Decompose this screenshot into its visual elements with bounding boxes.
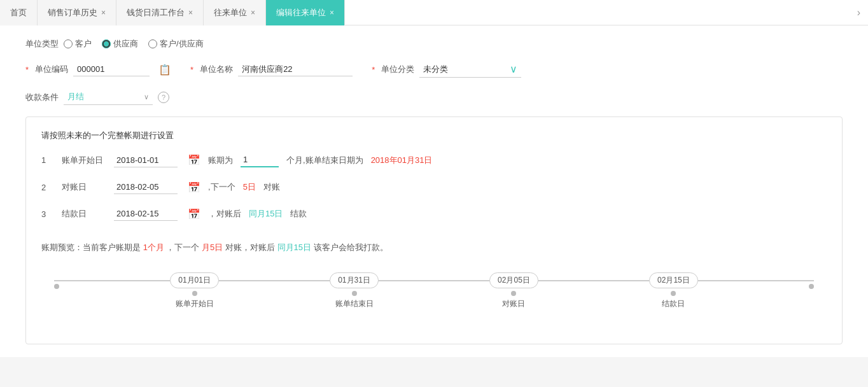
period-row3-suffix: 结款: [290, 208, 307, 220]
payment-terms-label: 收款条件: [25, 92, 59, 103]
period-row1-prefix: 账期为: [208, 155, 233, 166]
unit-category-field: * 单位分类 未分类 ∨: [372, 61, 521, 78]
tab-cash-work[interactable]: 钱货日清工作台 ×: [116, 0, 204, 25]
timeline-point-2: 01月31日 账单结束日: [330, 272, 379, 309]
preview-highlight3: 同月15日: [277, 243, 311, 252]
period-date-1[interactable]: [114, 153, 178, 167]
tab-cash-work-close[interactable]: ×: [188, 8, 193, 17]
tl-label-3: 对账日: [502, 299, 525, 309]
payment-terms-value: 月结: [67, 91, 140, 102]
page-content: 单位类型 客户 供应商 客户/供应商 * 单位编码: [0, 25, 868, 357]
tab-sales-history-close[interactable]: ×: [101, 8, 106, 17]
period-date-3[interactable]: [114, 207, 178, 221]
unit-type-radio-group: 客户 供应商 客户/供应商: [64, 38, 204, 50]
unit-code-label: 单位编码: [35, 64, 68, 75]
radio-supplier[interactable]: 供应商: [102, 38, 138, 50]
timeline-point-end: [809, 272, 814, 289]
period-label-1: 账单开始日: [62, 155, 106, 166]
period-label-2: 对账日: [62, 181, 106, 193]
timeline-point-3: 02月05日 对账日: [489, 272, 538, 309]
tab-sales-history[interactable]: 销售订单历史 ×: [38, 0, 116, 25]
category-dropdown-arrow: ∨: [510, 63, 517, 75]
tab-home-label: 首页: [10, 7, 27, 18]
tl-label-4: 结款日: [662, 299, 685, 309]
radio-supplier-label: 供应商: [113, 38, 138, 50]
tab-partner[interactable]: 往来单位 ×: [204, 0, 266, 25]
tab-edit-partner-close[interactable]: ×: [330, 8, 334, 17]
radio-customer-input[interactable]: [64, 39, 73, 48]
period-num-1: 1: [41, 155, 54, 165]
payment-terms-row: 收款条件 月结 ∨ ?: [25, 89, 843, 105]
tl-label-2: 账单结束日: [335, 299, 374, 309]
unit-type-row: 单位类型 客户 供应商 客户/供应商: [25, 38, 843, 50]
unit-type-field: 单位类型 客户 供应商 客户/供应商: [25, 38, 204, 50]
period-section: 请按照未来的一个完整帐期进行设置 1 账单开始日 📅 账期为 个月,账单结束日期…: [25, 116, 843, 344]
tab-cash-work-label: 钱货日清工作台: [127, 7, 185, 18]
calendar-icon-3[interactable]: 📅: [188, 208, 200, 220]
period-row-1: 1 账单开始日 📅 账期为 个月,账单结束日期为 2018年01月31日: [41, 153, 827, 167]
calendar-icon-2[interactable]: 📅: [188, 181, 200, 194]
timeline-point-4: 02月15日 结款日: [649, 272, 698, 309]
payment-terms-field: 收款条件 月结 ∨ ?: [25, 89, 169, 105]
payment-terms-arrow: ∨: [144, 93, 149, 101]
timeline: 01月01日 账单开始日 01月31日 账单结束日 02月05日 对账日 02月…: [41, 266, 827, 328]
period-date-2[interactable]: [114, 180, 178, 194]
timeline-points: 01月01日 账单开始日 01月31日 账单结束日 02月05日 对账日 02月…: [54, 272, 814, 309]
tab-sales-history-label: 销售订单历史: [48, 7, 97, 18]
unit-cat-required-star: *: [372, 65, 375, 74]
tab-home[interactable]: 首页: [0, 0, 38, 25]
unit-category-label: 单位分类: [381, 64, 414, 75]
tl-label-1: 账单开始日: [176, 299, 214, 309]
period-num-2: 2: [41, 183, 54, 192]
timeline-point-start: [54, 272, 59, 294]
tl-dot-2: [352, 291, 357, 296]
tab-partner-label: 往来单位: [214, 7, 247, 18]
tl-badge-3: 02月05日: [489, 272, 538, 288]
payment-terms-select[interactable]: 月结 ∨: [64, 89, 153, 105]
tabs-scroll-arrow[interactable]: ›: [850, 7, 868, 18]
period-row2-highlight: 5日: [243, 181, 256, 193]
period-row1-end-date: 2018年01月31日: [371, 155, 433, 166]
tl-badge-2: 01月31日: [330, 272, 379, 288]
help-icon[interactable]: ?: [158, 92, 169, 103]
unit-name-required-star: *: [190, 65, 193, 74]
tab-partner-close[interactable]: ×: [251, 8, 255, 17]
unit-type-label: 单位类型: [25, 38, 59, 50]
radio-customer[interactable]: 客户: [64, 38, 92, 50]
calendar-icon-1[interactable]: 📅: [188, 154, 200, 166]
timeline-point-1: 01月01日 账单开始日: [170, 272, 219, 309]
unit-code-required-star: *: [25, 65, 29, 74]
unit-category-select[interactable]: 未分类 ∨: [419, 61, 521, 78]
tabs-bar: 首页 销售订单历史 × 钱货日清工作台 × 往来单位 × 编辑往来单位 × ›: [0, 0, 868, 25]
tab-edit-partner-label: 编辑往来单位: [276, 7, 326, 18]
radio-supplier-input[interactable]: [102, 39, 111, 48]
radio-both[interactable]: 客户/供应商: [148, 38, 204, 50]
section-title: 请按照未来的一个完整帐期进行设置: [41, 130, 827, 141]
preview-mid2: 对账，对账后: [225, 243, 275, 252]
period-row2-suffix: 对账: [263, 181, 280, 193]
period-row2-prefix: ,下一个: [208, 181, 235, 193]
radio-both-input[interactable]: [148, 39, 157, 48]
radio-customer-label: 客户: [75, 38, 92, 50]
preview-suffix: 该客户会给我打款。: [314, 243, 388, 252]
preview-mid1: ，下一个: [166, 243, 199, 252]
period-row1-suffix1: 个月,账单结束日期为: [286, 155, 363, 166]
period-row-3: 3 结款日 📅 ，对账后 同月15日 结款: [41, 207, 827, 221]
period-row-2: 2 对账日 📅 ,下一个 5日 对账: [41, 180, 827, 194]
period-label-3: 结款日: [62, 208, 106, 220]
unit-name-input[interactable]: [238, 62, 353, 76]
period-num-3: 3: [41, 209, 54, 219]
tl-dot-3: [511, 291, 516, 296]
copy-icon[interactable]: 📋: [158, 64, 171, 76]
tab-edit-partner[interactable]: 编辑往来单位 ×: [266, 0, 345, 25]
unit-code-input[interactable]: [73, 62, 150, 76]
unit-info-row: * 单位编码 📋 * 单位名称 * 单位分类 未分类 ∨: [25, 61, 843, 78]
preview-highlight2: 月5日: [202, 243, 223, 252]
unit-name-label: 单位名称: [200, 64, 233, 75]
unit-name-field: * 单位名称: [190, 62, 353, 76]
unit-code-field: * 单位编码 📋: [25, 62, 171, 76]
period-months-input[interactable]: [241, 153, 279, 167]
tl-badge-4: 02月15日: [649, 272, 698, 288]
preview-text: 账期预览：当前客户账期是 1个月 ，下一个 月5日 对账，对账后 同月15日 该…: [41, 234, 827, 266]
period-row3-prefix: ，对账后: [208, 208, 241, 220]
